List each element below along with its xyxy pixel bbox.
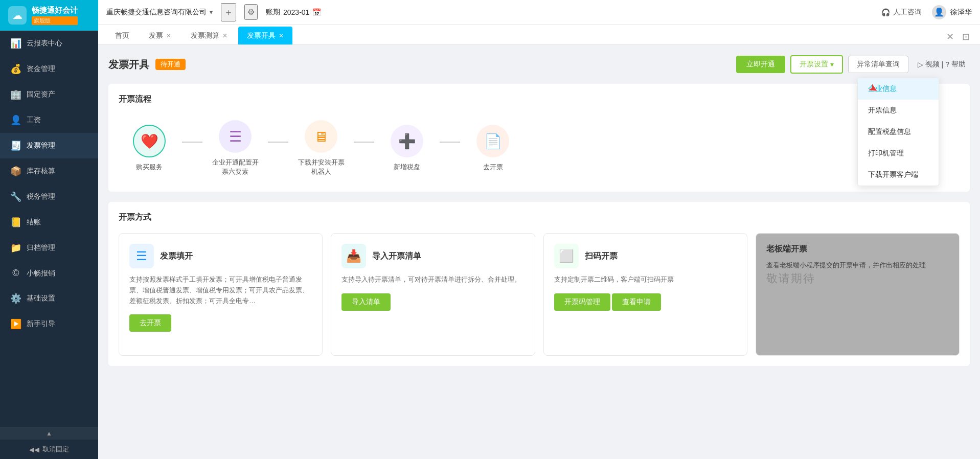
sidebar-item-icon: ▶️	[10, 318, 21, 330]
user-menu[interactable]: 👤 徐泽华	[932, 5, 972, 19]
sidebar-item-资金管理[interactable]: 💰 资金管理	[0, 56, 98, 82]
card-btn-0[interactable]: 去开票	[129, 314, 171, 332]
step-divider-0	[182, 142, 202, 143]
tab-close-icon[interactable]: ✕	[166, 32, 171, 39]
sidebar-item-label: 固定资产	[27, 90, 55, 99]
support-icon: 🎧	[881, 8, 890, 16]
sidebar-item-icon: 📦	[10, 166, 21, 177]
card-header-2: ⬜ 扫码开票	[554, 244, 737, 268]
settings-button[interactable]: ⚙	[244, 4, 258, 20]
card-title-0: 发票填开	[160, 251, 193, 262]
logo-subtitle: 旗舰版	[32, 16, 78, 25]
tab-bar: 首页发票✕发票测算✕发票开具✕ ✕ ⊡	[98, 25, 980, 45]
dropdown-item-开票信息[interactable]: 开票信息	[858, 100, 939, 121]
logo-title: 畅捷通好会计	[32, 6, 78, 15]
step-label: 新增税盘	[394, 163, 420, 172]
open-now-button[interactable]: 立即开通	[736, 56, 785, 73]
dropdown-item-打印机管理[interactable]: 打印机管理	[858, 143, 939, 164]
tab-发票测算[interactable]: 发票测算✕	[182, 27, 236, 44]
add-tab-button[interactable]: ＋	[221, 3, 236, 21]
cancel-fixed-button[interactable]: ◀◀ 取消固定	[0, 440, 98, 459]
step-divider-3	[440, 142, 460, 143]
sidebar-item-label: 归档管理	[27, 243, 55, 253]
step-icon: ❤️	[133, 125, 166, 157]
sidebar-item-结账[interactable]: 📒 结账	[0, 210, 98, 235]
dropdown-item-下载开票客户端[interactable]: 下载开票客户端	[858, 164, 939, 186]
fullscreen-button[interactable]: ⊡	[960, 29, 972, 44]
sidebar-item-税务管理[interactable]: 🔧 税务管理	[0, 184, 98, 210]
step-icon: 🖥	[305, 120, 337, 153]
video-button[interactable]: ▷ 视频 | ? 帮助	[914, 56, 970, 73]
sidebar-item-icon: 📁	[10, 242, 21, 254]
step-label: 购买服务	[136, 163, 163, 172]
page-actions: 立即开通 开票设置 ▾ 异常清单查询 ▷ 视频 | ? 帮助	[736, 55, 970, 74]
flow-step-4: 📄 去开票	[462, 125, 523, 172]
step-icon: ➕	[391, 125, 423, 157]
card-actions-2: 开票码管理 查看申请	[554, 293, 737, 311]
period-display: 账期 2023-01 📅	[266, 8, 321, 17]
support-button[interactable]: 🎧 人工咨询	[881, 8, 922, 17]
close-window-button[interactable]: ✕	[944, 29, 956, 44]
sidebar-item-label: 税务管理	[27, 192, 55, 201]
logo-icon: ☁	[8, 6, 27, 25]
tab-label: 发票开具	[247, 31, 276, 40]
tab-close-icon[interactable]: ✕	[222, 32, 227, 39]
sidebar-item-新手引导[interactable]: ▶️ 新手引导	[0, 311, 98, 337]
sidebar-item-icon: ©	[10, 268, 21, 279]
tab-发票[interactable]: 发票✕	[140, 27, 180, 44]
flow-section-title: 开票流程	[119, 94, 960, 105]
payment-section-title: 开票方式	[119, 212, 960, 223]
card-btn-2[interactable]: 开票码管理	[554, 293, 610, 311]
tab-首页[interactable]: 首页	[106, 27, 138, 44]
sidebar-item-归档管理[interactable]: 📁 归档管理	[0, 235, 98, 261]
tab-发票开具[interactable]: 发票开具✕	[238, 27, 292, 44]
payment-card-0: ☰ 发票填开 支持按照发票样式手工填开发票；可开具增值税电子普通发票、增值税普通…	[119, 233, 323, 356]
sidebar-item-icon: 🔧	[10, 191, 21, 202]
cancel-fixed-label: 取消固定	[42, 445, 69, 454]
flow-step-2: 🖥 下载并安装开票机器人	[290, 120, 352, 176]
flow-section: 开票流程 ❤️ 购买服务☰ 企业开通配置开票六要素🖥 下载并安装开票机器人➕ 新…	[108, 84, 970, 192]
sidebar-item-小畅报销[interactable]: © 小畅报销	[0, 261, 98, 286]
card-btn-1[interactable]: 导入清单	[341, 293, 391, 311]
tab-label: 首页	[115, 31, 129, 40]
scroll-up-button[interactable]: ▲	[0, 427, 98, 440]
tab-close-icon[interactable]: ✕	[279, 32, 284, 39]
sidebar-item-发票管理[interactable]: 🧾 发票管理	[0, 133, 98, 158]
company-selector[interactable]: 重庆畅捷交通信息咨询有限公司 ▾	[106, 8, 213, 17]
card-icon-0: ☰	[129, 244, 154, 268]
sidebar-item-工资[interactable]: 👤 工资	[0, 107, 98, 133]
dropdown-item-配置税盘信息[interactable]: 配置税盘信息	[858, 121, 939, 143]
flow-steps: ❤️ 购买服务☰ 企业开通配置开票六要素🖥 下载并安装开票机器人➕ 新增税盘📄 …	[119, 115, 960, 181]
payment-cards: ☰ 发票填开 支持按照发票样式手工填开发票；可开具增值税电子普通发票、增值税普通…	[119, 233, 960, 356]
step-divider-2	[354, 142, 374, 143]
sidebar-item-label: 工资	[27, 116, 41, 125]
sidebar-item-label: 云报表中心	[27, 39, 62, 48]
sidebar-item-固定资产[interactable]: 🏢 固定资产	[0, 82, 98, 107]
status-badge: 待开通	[155, 59, 186, 70]
invoice-settings-button[interactable]: 开票设置 ▾	[790, 55, 843, 74]
card-icon-2: ⬜	[554, 244, 579, 268]
sidebar-item-库存核算[interactable]: 📦 库存核算	[0, 158, 98, 184]
sidebar-item-基础设置[interactable]: ⚙️ 基础设置	[0, 286, 98, 311]
sidebar-logo: ☁ 畅捷通好会计 旗舰版	[0, 0, 98, 31]
card-btn2-2[interactable]: 查看申请	[612, 293, 661, 311]
dark-card-title: 老板端开票	[766, 244, 949, 255]
sidebar-item-label: 库存核算	[27, 167, 55, 176]
sidebar-item-icon: 📊	[10, 38, 21, 49]
user-avatar: 👤	[932, 5, 946, 19]
tab-label: 发票测算	[191, 31, 219, 40]
topbar: 重庆畅捷交通信息咨询有限公司 ▾ ＋ ⚙ 账期 2023-01 📅 🎧 人工咨询…	[98, 0, 980, 25]
card-title-1: 导入开票清单	[372, 251, 421, 262]
video-label: 视频	[925, 60, 940, 69]
support-label: 人工咨询	[893, 8, 922, 17]
sidebar-item-label: 新手引导	[27, 319, 55, 329]
abnormal-list-button[interactable]: 异常清单查询	[848, 56, 908, 73]
page-content: 发票开具 待开通 立即开通 开票设置 ▾ 异常清单查询 ▷ 视频 | ?	[98, 45, 980, 459]
calendar-icon[interactable]: 📅	[312, 8, 321, 16]
sidebar-item-云报表中心[interactable]: 📊 云报表中心	[0, 31, 98, 56]
sidebar-item-label: 结账	[27, 218, 41, 227]
sidebar-item-label: 小畅报销	[27, 269, 55, 278]
window-buttons: ✕ ⊡	[944, 29, 972, 44]
dropdown-item-企业信息[interactable]: 企业信息	[858, 78, 939, 100]
user-name: 徐泽华	[950, 8, 972, 17]
